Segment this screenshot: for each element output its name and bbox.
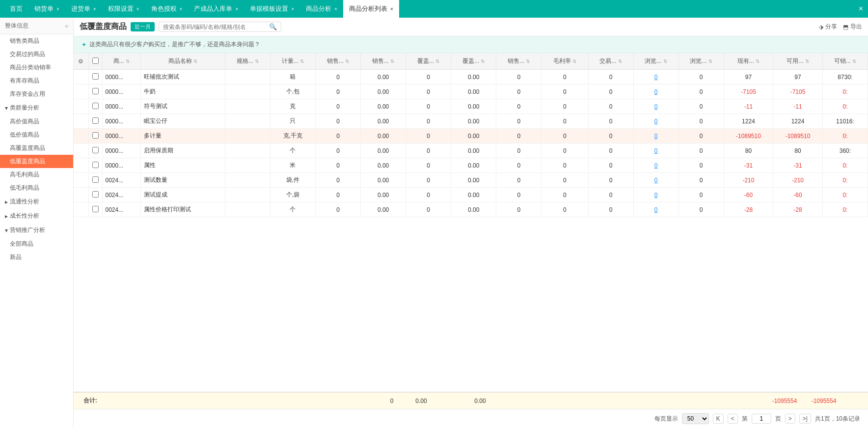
sidebar-item-stocked-goods[interactable]: 有库存商品 [0, 74, 73, 87]
nav-tab-role[interactable]: 角色授权 × [145, 0, 189, 18]
current-page-input[interactable] [752, 414, 771, 424]
close-window-button[interactable]: × [859, 4, 863, 13]
close-tab-product[interactable]: × [235, 6, 238, 12]
sidebar-item-all-goods[interactable]: 全部商品 [0, 237, 73, 251]
row-checkbox[interactable] [88, 202, 102, 217]
col-spec-header[interactable]: 规格... ⇅ [225, 53, 270, 70]
nav-tab-home[interactable]: 首页 [4, 0, 28, 18]
row-checkbox[interactable] [88, 114, 102, 129]
row-browse1[interactable]: 0 [633, 70, 678, 85]
col-coverage2-header[interactable]: 覆盖... ⇅ [451, 53, 496, 70]
row-browse1[interactable]: 0 [633, 173, 678, 188]
row-checkbox[interactable] [88, 70, 102, 85]
row-browse1[interactable]: 0 [633, 114, 678, 129]
nav-tab-permission[interactable]: 权限设置 × [102, 0, 145, 18]
col-stock-available-header[interactable]: 可用... ⇅ [773, 53, 823, 70]
nav-tab-sales[interactable]: 销货单 × [28, 0, 65, 18]
row-browse1[interactable]: 0 [633, 158, 678, 173]
col-transaction-header[interactable]: 交易... ⇅ [588, 53, 633, 70]
sidebar-section-marketing[interactable]: ▾ 营销推广分析 [0, 223, 73, 237]
sidebar-item-category-rate[interactable]: 商品分类动销率 [0, 61, 73, 74]
nav-tab-analysis[interactable]: 商品分析 × [300, 0, 343, 18]
row-select-checkbox[interactable] [92, 176, 99, 183]
row-browse1[interactable]: 0 [633, 143, 678, 158]
row-checkbox[interactable] [88, 158, 102, 173]
sidebar-section-cluster[interactable]: ▾ 类群量分析 [0, 101, 73, 115]
nav-tab-analysis-list[interactable]: 商品分析列表 × [343, 0, 399, 18]
sidebar-item-high-coverage[interactable]: 高覆盖度商品 [0, 142, 73, 155]
sidebar-collapse-icon[interactable]: « [65, 23, 68, 29]
sidebar-item-high-value[interactable]: 高价值商品 [0, 115, 73, 128]
row-sales-amt: 0.00 [361, 158, 406, 173]
col-checkbox-header[interactable] [88, 53, 102, 70]
nav-tab-product[interactable]: 产成品入库单 × [188, 0, 244, 18]
col-stock-saleable-header[interactable]: 可销... ⇅ [822, 53, 868, 70]
col-sales-amt-header[interactable]: 销售... ⇅ [361, 53, 406, 70]
row-checkbox[interactable] [88, 188, 102, 202]
sidebar-section-growth[interactable]: ▸ 成长性分析 [0, 209, 73, 223]
row-select-checkbox[interactable] [92, 132, 99, 139]
sidebar-item-low-value[interactable]: 低价值商品 [0, 128, 73, 142]
row-checkbox[interactable] [88, 143, 102, 158]
sidebar-item-low-margin[interactable]: 低毛利商品 [0, 181, 73, 195]
first-page-button[interactable]: K [713, 414, 724, 424]
select-all-checkbox[interactable] [92, 57, 99, 64]
row-checkbox[interactable] [88, 99, 102, 114]
sidebar-item-traded-goods[interactable]: 交易过的商品 [0, 48, 73, 61]
close-tab-template[interactable]: × [291, 6, 294, 12]
col-sales-extra-header[interactable]: 销售... ⇅ [496, 53, 542, 70]
search-icon[interactable]: 🔍 [269, 23, 277, 30]
col-stock-current-header[interactable]: 现有... ⇅ [724, 53, 773, 70]
row-checkbox[interactable] [88, 173, 102, 188]
row-select-checkbox[interactable] [92, 191, 99, 198]
export-button[interactable]: ⬒ 导出 [843, 23, 862, 31]
nav-tab-purchase[interactable]: 进货单 × [65, 0, 102, 18]
nav-tab-template[interactable]: 单据模板设置 × [244, 0, 300, 18]
row-checkbox[interactable] [88, 85, 102, 99]
search-input[interactable] [163, 24, 267, 30]
col-settings-header[interactable]: ⚙ [74, 53, 88, 70]
col-browse2-header[interactable]: 浏览... ⇅ [678, 53, 724, 70]
row-select-checkbox[interactable] [92, 206, 99, 212]
col-name-header[interactable]: 商品名称 ⇅ [140, 53, 225, 70]
close-tab-purchase[interactable]: × [93, 6, 96, 12]
data-table: ⚙ 商... ⇅ 商品名称 ⇅ 规格... ⇅ 计量... ⇅ 销售... ⇅ … [74, 53, 868, 217]
share-button[interactable]: ⬗ 分享 [819, 23, 837, 31]
last-page-button[interactable]: >| [799, 414, 811, 424]
row-select-checkbox[interactable] [92, 162, 99, 168]
row-select-checkbox[interactable] [92, 73, 99, 80]
col-code-header[interactable]: 商... ⇅ [102, 53, 140, 70]
row-select-checkbox[interactable] [92, 88, 99, 94]
row-browse1[interactable]: 0 [633, 99, 678, 114]
sidebar-item-stock-capital[interactable]: 库存资金占用 [0, 87, 73, 101]
row-checkbox[interactable] [88, 129, 102, 143]
row-unit: 个 [270, 143, 315, 158]
sidebar-item-sales-goods[interactable]: 销售类商品 [0, 34, 73, 48]
row-select-checkbox[interactable] [92, 117, 99, 124]
prev-page-button[interactable]: < [728, 414, 738, 424]
row-select-checkbox[interactable] [92, 103, 99, 109]
row-browse1[interactable]: 0 [633, 202, 678, 217]
col-gross-margin-header[interactable]: 毛利率 ⇅ [542, 53, 588, 70]
row-browse1[interactable]: 0 [633, 85, 678, 99]
sidebar-section-flow[interactable]: ▸ 流通性分析 [0, 195, 73, 209]
sidebar-item-low-coverage[interactable]: 低覆盖度商品 [0, 155, 73, 168]
col-coverage1-header[interactable]: 覆盖... ⇅ [406, 53, 451, 70]
row-browse1[interactable]: 0 [633, 188, 678, 202]
sidebar-item-high-margin[interactable]: 高毛利商品 [0, 168, 73, 181]
col-sales-qty-header[interactable]: 销售... ⇅ [316, 53, 361, 70]
close-tab-analysis[interactable]: × [334, 6, 337, 12]
close-tab-role[interactable]: × [180, 6, 183, 12]
col-browse1-header[interactable]: 浏览... ⇅ [633, 53, 678, 70]
next-page-button[interactable]: > [785, 414, 795, 424]
close-tab-sales[interactable]: × [56, 6, 59, 12]
row-coverage2: 0.00 [451, 188, 496, 202]
row-select-checkbox[interactable] [92, 147, 99, 153]
period-button[interactable]: 近一月 [131, 22, 155, 31]
col-unit-header[interactable]: 计量... ⇅ [270, 53, 315, 70]
sidebar-item-new-goods[interactable]: 新品 [0, 251, 73, 264]
row-browse1[interactable]: 0 [633, 129, 678, 143]
close-tab-permission[interactable]: × [136, 6, 139, 12]
page-size-select[interactable]: 50 20 100 [682, 413, 709, 424]
close-tab-analysis-list[interactable]: × [390, 6, 393, 12]
